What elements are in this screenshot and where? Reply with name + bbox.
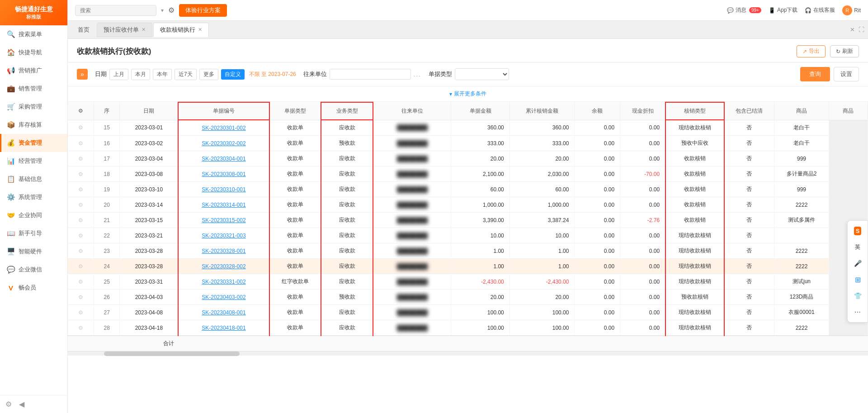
export-button[interactable]: ↗ 导出 (797, 45, 826, 57)
tab-home[interactable]: 首页 (71, 23, 96, 37)
row-settings[interactable]: ⚙ (68, 305, 94, 320)
row-doc-no[interactable]: SK-20230331-002 (178, 274, 269, 290)
row-settings[interactable]: ⚙ (68, 228, 94, 243)
doctype-filter-label: 单据类型 (429, 70, 452, 78)
topbar-messages[interactable]: 💬 消息 99+ (727, 6, 761, 14)
row-doc-no[interactable]: SK-20230314-001 (178, 197, 269, 213)
row-settings[interactable]: ⚙ (68, 120, 94, 136)
date-custom-btn[interactable]: 自定义 (221, 69, 245, 80)
row-doc-no[interactable]: SK-20230304-001 (178, 151, 269, 166)
row-doc-no[interactable]: SK-20230321-003 (178, 228, 269, 243)
row-amount: 333.00 (451, 136, 509, 151)
date-this-month-btn[interactable]: 本月 (131, 69, 150, 80)
date-this-year-btn[interactable]: 本年 (153, 69, 172, 80)
sidebar-collapse-icon[interactable]: ◀ (19, 400, 24, 408)
row-settings[interactable]: ⚙ (68, 136, 94, 151)
partner-filter-input[interactable] (330, 69, 411, 80)
row-settings[interactable]: ⚙ (68, 197, 94, 213)
industry-btn[interactable]: 体验行业方案 (179, 4, 227, 17)
sidebar-item-search[interactable]: 🔍 搜索菜单 (0, 25, 67, 43)
row-doc-no[interactable]: SK-20230328-001 (178, 243, 269, 259)
filter-toggle-btn[interactable]: » (77, 69, 88, 80)
tab-preorder-close-icon[interactable]: ✕ (142, 27, 146, 33)
tab-collection[interactable]: 收款核销执行 ✕ (153, 23, 209, 37)
filter-settings-button[interactable]: 设置 (834, 67, 859, 81)
partner-dots[interactable]: ... (414, 71, 421, 78)
row-settings[interactable]: ⚙ (68, 290, 94, 305)
refresh-button[interactable]: ↻ 刷新 (830, 45, 859, 57)
page-content: 收款核销执行(按收款) ↗ 导出 ↻ 刷新 » 日期 上月 本月 (68, 39, 868, 413)
topbar-search-input[interactable] (75, 5, 156, 16)
row-discount: 0.00 (620, 290, 666, 305)
doctype-filter-select[interactable] (455, 68, 509, 80)
row-settings[interactable]: ⚙ (68, 320, 94, 336)
float-mic-btn[interactable]: 🎤 (850, 257, 865, 270)
row-doc-no[interactable]: SK-20230403-002 (178, 290, 269, 305)
sidebar-item-sales[interactable]: 💼 销售管理 (0, 80, 67, 98)
row-doc-no[interactable]: SK-20230315-002 (178, 213, 269, 228)
topbar-online-service[interactable]: 🎧 在线客服 (805, 6, 835, 14)
row-amount: 360.00 (451, 120, 509, 136)
tab-collection-close-icon[interactable]: ✕ (198, 27, 202, 33)
row-settings[interactable]: ⚙ (68, 213, 94, 228)
sidebar-item-system[interactable]: ⚙️ 系统管理 (0, 188, 67, 206)
table-scrollbar-thumb[interactable] (104, 351, 240, 356)
row-settings[interactable]: ⚙ (68, 182, 94, 197)
float-s-btn[interactable]: S (850, 224, 865, 237)
row-doc-no[interactable]: SK-20230301-002 (178, 120, 269, 136)
sidebar-item-hardware[interactable]: 🖥️ 智能硬件 (0, 242, 67, 261)
float-more-btn[interactable]: ⋯ (850, 306, 865, 318)
expand-more-btn[interactable]: ▾ 展开更多条件 (68, 87, 868, 99)
row-doc-no[interactable]: SK-20230328-002 (178, 259, 269, 274)
table-row: ⚙ 26 2023-04-03 SK-20230403-002 收款单 预收款 … (68, 290, 868, 305)
row-doc-no[interactable]: SK-20230310-001 (178, 182, 269, 197)
row-cancel-amount: 60.00 (509, 182, 575, 197)
sidebar-item-corp[interactable]: 🤝 企业协同 (0, 206, 67, 224)
topbar-user[interactable]: R Rit (842, 5, 861, 15)
footer-empty8 (665, 336, 724, 351)
row-no: 21 (94, 213, 119, 228)
row-doc-no[interactable]: SK-20230302-002 (178, 136, 269, 151)
date-more-btn[interactable]: 更多 (199, 69, 218, 80)
row-settings[interactable]: ⚙ (68, 243, 94, 259)
sidebar-item-quicknav[interactable]: 🏠 快捷导航 (0, 43, 67, 62)
date-last-month-btn[interactable]: 上月 (109, 69, 128, 80)
tab-maximize-icon[interactable]: ⛶ (859, 26, 864, 33)
sidebar-item-marketing[interactable]: 📢 营销推广 (0, 62, 67, 80)
float-shirt-btn[interactable]: 👕 (850, 290, 865, 302)
sidebar-item-wechat[interactable]: 💬 企业微信 (0, 261, 67, 279)
sidebar-item-label: 畅会员 (19, 284, 36, 292)
row-doc-no[interactable]: SK-20230308-001 (178, 166, 269, 182)
tab-preorder[interactable]: 预计应收付单 ✕ (97, 23, 152, 37)
sidebar-item-purchase[interactable]: 🛒 采购管理 (0, 98, 67, 116)
row-settings[interactable]: ⚙ (68, 151, 94, 166)
date-7days-btn[interactable]: 近7天 (175, 69, 197, 80)
tab-close-all-icon[interactable]: ✕ (850, 26, 855, 33)
float-english-label: 英 (855, 243, 860, 251)
topbar-gear-icon[interactable]: ⚙ (168, 6, 175, 14)
row-biz-type: 应收款 (321, 120, 373, 136)
sidebar-item-guide[interactable]: 📖 新手引导 (0, 224, 67, 242)
table-scrollbar[interactable] (68, 351, 868, 356)
topbar-app-download[interactable]: 📱 App下载 (769, 6, 797, 14)
dropdown-arrow-icon[interactable]: ▾ (161, 7, 164, 14)
table-settings-icon[interactable]: ⚙ (78, 108, 83, 114)
col-header-settings[interactable]: ⚙ (68, 102, 94, 120)
sidebar-settings-icon[interactable]: ⚙ (5, 400, 12, 408)
row-settings[interactable]: ⚙ (68, 274, 94, 290)
row-settings[interactable]: ⚙ (68, 166, 94, 182)
row-balance: 0.00 (575, 305, 620, 320)
sidebar-item-basic[interactable]: 📋 基础信息 (0, 170, 67, 188)
sidebar-item-operations[interactable]: 📊 经营管理 (0, 152, 67, 170)
date-filter-label: 日期 (95, 70, 107, 78)
row-include: 否 (724, 182, 774, 197)
sidebar-item-member[interactable]: V 畅会员 (0, 279, 67, 297)
row-doc-no[interactable]: SK-20230408-001 (178, 305, 269, 320)
row-doc-no[interactable]: SK-20230418-001 (178, 320, 269, 336)
query-button[interactable]: 查询 (800, 67, 830, 81)
float-english-btn[interactable]: 英 (850, 241, 865, 253)
row-settings[interactable]: ⚙ (68, 259, 94, 274)
float-grid-btn[interactable]: ⊞ (850, 273, 865, 286)
sidebar-item-inventory[interactable]: 📦 库存核算 (0, 116, 67, 134)
sidebar-item-finance[interactable]: 💰 资金管理 (0, 134, 67, 152)
